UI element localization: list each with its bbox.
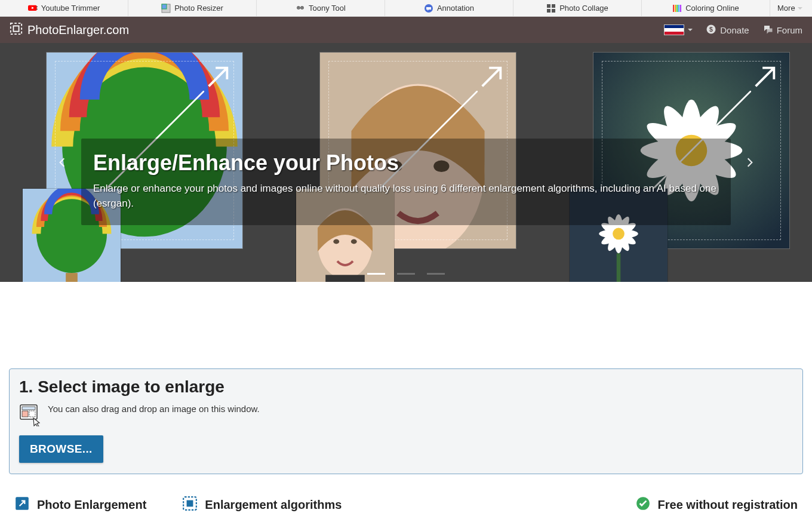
hero-subtitle: Enlarge or enhance your photos and image… xyxy=(93,182,719,211)
algorithms-icon xyxy=(182,496,198,513)
youtube-icon xyxy=(28,4,38,13)
hero-carousel: Enlarge/Enhance your Photos Enlarge or e… xyxy=(0,43,812,282)
enlarge-arrow-icon xyxy=(204,63,232,91)
svg-point-56 xyxy=(613,228,625,240)
svg-point-37 xyxy=(333,239,339,244)
logo-icon xyxy=(10,22,23,38)
top-link-label: Photo Collage xyxy=(559,4,608,13)
collage-icon xyxy=(546,4,556,13)
svg-point-38 xyxy=(351,239,357,244)
site-header: PhotoEnlarger.com $ Donate Forum xyxy=(0,17,812,43)
svg-rect-14 xyxy=(552,9,555,13)
feature-algorithms: Enlargement algorithms xyxy=(182,496,342,513)
language-selector[interactable] xyxy=(664,24,693,35)
top-sister-sites-bar: Youtube Trimmer Photo Resizer Toony Tool… xyxy=(0,0,812,17)
brand[interactable]: PhotoEnlarger.com xyxy=(10,22,129,38)
caret-down-icon xyxy=(798,7,802,10)
carousel-next-button[interactable] xyxy=(743,152,757,173)
svg-rect-17 xyxy=(676,5,678,12)
svg-rect-16 xyxy=(675,5,676,12)
hero-title: Enlarge/Enhance your Photos xyxy=(93,150,719,176)
top-link-label: Annotation xyxy=(437,4,474,13)
svg-rect-5 xyxy=(162,4,167,9)
photo-resizer-icon xyxy=(161,4,171,13)
forum-icon xyxy=(762,24,773,36)
svg-rect-2 xyxy=(36,6,38,7)
top-link-annotation[interactable]: Annotation xyxy=(385,0,513,16)
browse-button[interactable]: BROWSE... xyxy=(19,435,103,463)
feature-title: Photo Enlargement xyxy=(37,498,146,512)
brand-text: PhotoEnlarger.com xyxy=(27,23,129,37)
donate-link[interactable]: $ Donate xyxy=(706,24,749,36)
forum-label: Forum xyxy=(777,25,802,35)
svg-rect-12 xyxy=(552,4,555,8)
carousel-prev-button[interactable] xyxy=(55,152,69,173)
top-link-youtube-trimmer[interactable]: Youtube Trimmer xyxy=(0,0,128,16)
caret-down-icon xyxy=(688,29,693,31)
feature-title: Enlargement algorithms xyxy=(205,498,342,512)
drag-drop-icon xyxy=(19,403,43,428)
svg-rect-13 xyxy=(547,9,550,13)
svg-point-8 xyxy=(298,7,299,8)
svg-rect-59 xyxy=(22,407,35,410)
svg-rect-21 xyxy=(13,26,19,31)
svg-rect-57 xyxy=(617,253,621,282)
carousel-indicator[interactable] xyxy=(367,273,385,275)
hero-caption: Enlarge/Enhance your Photos Enlarge or e… xyxy=(81,139,731,225)
toony-icon xyxy=(296,4,305,13)
top-link-photo-resizer[interactable]: Photo Resizer xyxy=(128,0,257,16)
feature-free: Free without registration xyxy=(635,496,798,513)
donate-label: Donate xyxy=(720,25,749,35)
forum-link[interactable]: Forum xyxy=(762,24,802,36)
enlarge-arrow-icon xyxy=(751,63,779,91)
top-link-label: Youtube Trimmer xyxy=(41,4,100,13)
feature-enlargement: Photo Enlargement xyxy=(14,496,146,513)
features-row: Photo Enlargement Enlargement algorithms… xyxy=(0,474,812,513)
top-link-more[interactable]: More xyxy=(770,0,810,16)
svg-rect-20 xyxy=(11,23,21,33)
flag-icon xyxy=(664,24,684,35)
select-image-panel: 1. Select image to enlarge You can also … xyxy=(9,368,803,474)
coloring-icon xyxy=(672,4,682,13)
svg-rect-11 xyxy=(547,4,550,8)
enlarge-icon xyxy=(14,496,30,513)
panel-heading: 1. Select image to enlarge xyxy=(19,377,793,397)
top-link-coloring-online[interactable]: Coloring Online xyxy=(642,0,770,16)
svg-rect-39 xyxy=(325,275,365,282)
svg-rect-19 xyxy=(680,5,681,12)
svg-rect-29 xyxy=(66,273,78,282)
top-link-label: Toony Tool xyxy=(309,4,346,13)
svg-rect-18 xyxy=(678,5,679,12)
panel-hint: You can also drag and drop an image on t… xyxy=(19,403,793,428)
carousel-indicator[interactable] xyxy=(397,273,415,275)
annotation-icon xyxy=(424,4,433,13)
svg-rect-3 xyxy=(36,8,38,9)
top-link-toony-tool[interactable]: Toony Tool xyxy=(257,0,385,16)
carousel-indicators xyxy=(367,273,445,275)
donate-icon: $ xyxy=(706,24,716,36)
svg-point-9 xyxy=(302,7,303,8)
free-icon xyxy=(635,496,651,513)
top-link-label: Photo Resizer xyxy=(174,4,223,13)
svg-rect-64 xyxy=(187,500,193,507)
svg-text:$: $ xyxy=(709,25,713,32)
panel-hint-text: You can also drag and drop an image on t… xyxy=(48,403,260,414)
svg-rect-15 xyxy=(673,5,674,12)
carousel-indicator[interactable] xyxy=(427,273,445,275)
top-link-photo-collage[interactable]: Photo Collage xyxy=(513,0,642,16)
more-label: More xyxy=(777,4,795,13)
enlarge-arrow-icon xyxy=(478,63,505,91)
feature-title: Free without registration xyxy=(658,498,798,512)
svg-rect-60 xyxy=(22,411,28,417)
header-right: $ Donate Forum xyxy=(664,24,802,36)
ad-spacer xyxy=(0,282,812,368)
top-link-label: Coloring Online xyxy=(685,4,739,13)
